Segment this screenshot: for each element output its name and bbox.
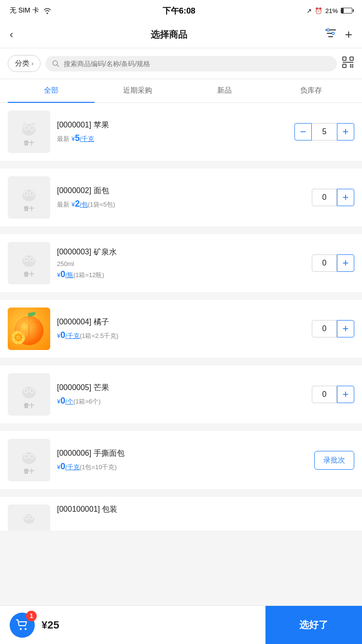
product-info: [0000005] 芒果 ¥0/个(1箱=6个) xyxy=(57,383,305,406)
svg-point-20 xyxy=(22,190,36,201)
quantity-input[interactable] xyxy=(312,189,337,206)
increase-button[interactable]: + xyxy=(337,254,354,272)
owl-logo-icon xyxy=(18,380,40,401)
orange-fruit-icon xyxy=(10,309,48,348)
category-button[interactable]: 分类 › xyxy=(8,55,41,72)
bottom-bar: 1 ¥25 选好了 xyxy=(0,605,362,644)
owl-logo-icon xyxy=(18,183,40,204)
back-button[interactable]: ‹ xyxy=(10,28,13,41)
svg-point-3 xyxy=(327,29,329,31)
svg-point-28 xyxy=(25,258,28,261)
quantity-input[interactable] xyxy=(312,320,337,337)
svg-point-29 xyxy=(30,258,33,261)
increase-button[interactable]: + xyxy=(337,386,354,403)
list-item: 督十 [0000006] 手撕面包 ¥0/千克(1包=10千克) 录批次 xyxy=(0,431,362,489)
quantity-stepper: + xyxy=(312,320,354,337)
tab-all[interactable]: 全部 xyxy=(8,79,95,103)
cart-section: 1 ¥25 xyxy=(0,613,265,638)
svg-rect-9 xyxy=(343,64,346,68)
svg-point-18 xyxy=(25,126,28,129)
svg-rect-7 xyxy=(343,57,346,60)
status-time: 下午6:08 xyxy=(163,5,195,16)
status-indicators: ↗ ⏰ 21% xyxy=(306,7,352,14)
product-price: 最新 ¥2/包(1袋=5包) xyxy=(57,199,305,209)
product-info: [0000004] 橘子 ¥0/千克(1箱=2.5千克) xyxy=(57,317,305,340)
svg-point-57 xyxy=(26,517,28,519)
svg-point-47 xyxy=(25,389,28,392)
add-icon[interactable]: + xyxy=(345,27,352,42)
nav-bar: ‹ 选择商品 + xyxy=(0,21,362,48)
product-info: [0000002] 面包 最新 ¥2/包(1袋=5包) xyxy=(57,186,305,209)
search-icon xyxy=(52,60,59,68)
svg-point-24 xyxy=(30,192,33,195)
tab-negative[interactable]: 负库存 xyxy=(268,79,355,103)
filter-bar: 分类 › xyxy=(0,48,362,79)
increase-button[interactable]: + xyxy=(337,189,354,206)
svg-point-49 xyxy=(22,452,36,464)
product-info: [0000001] 苹果 最新 ¥5/千克 xyxy=(57,120,288,143)
list-item: 督十 [0000005] 芒果 ¥0/个(1箱=6个) + xyxy=(0,365,362,423)
svg-point-48 xyxy=(30,389,33,392)
owl-logo-icon xyxy=(18,249,40,270)
chevron-icon: › xyxy=(31,60,33,67)
quantity-input[interactable] xyxy=(312,386,337,403)
batch-button[interactable]: 录批次 xyxy=(314,451,354,470)
increase-button[interactable]: + xyxy=(337,123,354,140)
quantity-stepper: − + xyxy=(294,123,354,140)
cart-icon-wrap: 1 xyxy=(10,613,35,638)
svg-point-53 xyxy=(30,455,33,458)
cart-badge: 1 xyxy=(26,611,37,621)
list-item: 督十 [0000003] 矿泉水 250ml ¥0/瓶(1箱=12瓶) + xyxy=(0,234,362,292)
owl-logo-icon xyxy=(18,446,40,467)
product-price: ¥0/瓶(1箱=12瓶) xyxy=(57,269,305,280)
owl-logo-icon xyxy=(20,509,38,526)
list-item: [0000004] 橘子 ¥0/千克(1箱=2.5千克) + xyxy=(0,300,362,358)
svg-point-4 xyxy=(332,32,334,35)
svg-point-59 xyxy=(20,628,22,630)
product-name: [0000005] 芒果 xyxy=(57,383,305,393)
filter-icon[interactable] xyxy=(325,28,336,41)
product-thumbnail: 督十 xyxy=(8,111,50,153)
product-thumbnail xyxy=(8,308,50,350)
product-name: [0000003] 矿泉水 xyxy=(57,247,305,257)
search-box xyxy=(45,56,337,71)
svg-point-44 xyxy=(22,387,36,398)
quantity-input[interactable] xyxy=(312,254,337,272)
quantity-input[interactable] xyxy=(312,123,337,140)
product-price: ¥0/千克(1箱=2.5千克) xyxy=(57,330,305,340)
svg-point-52 xyxy=(25,455,28,458)
cart-total-price: ¥25 xyxy=(42,619,59,631)
product-name: [000100001] 包装 xyxy=(57,504,354,515)
svg-point-58 xyxy=(30,517,32,519)
product-thumbnail xyxy=(8,504,50,531)
list-item: [000100001] 包装 xyxy=(0,497,362,531)
confirm-button[interactable]: 选好了 xyxy=(265,606,362,644)
product-price: ¥0/个(1箱=6个) xyxy=(57,396,305,406)
svg-rect-8 xyxy=(350,57,353,60)
product-info: [000100001] 包装 xyxy=(57,504,354,518)
scan-icon[interactable] xyxy=(342,56,354,71)
product-name: [0000006] 手撕面包 xyxy=(57,448,307,459)
search-input[interactable] xyxy=(64,60,330,68)
decrease-button[interactable]: − xyxy=(294,123,312,140)
svg-point-60 xyxy=(25,628,27,630)
orange-image xyxy=(8,308,50,350)
svg-point-54 xyxy=(24,514,35,524)
product-info: [0000006] 手撕面包 ¥0/千克(1包=10千克) xyxy=(57,448,307,472)
product-thumbnail: 督十 xyxy=(8,439,50,481)
product-price: ¥0/千克(1包=10千克) xyxy=(57,462,307,472)
product-info: [0000003] 矿泉水 250ml ¥0/瓶(1箱=12瓶) xyxy=(57,247,305,280)
svg-rect-13 xyxy=(350,66,351,68)
quantity-stepper: + xyxy=(312,254,354,272)
product-name: [0000004] 橘子 xyxy=(57,317,305,327)
battery-percent: 21% xyxy=(325,7,338,14)
wifi-icon xyxy=(43,7,52,14)
cart-icon xyxy=(16,619,28,631)
increase-button[interactable]: + xyxy=(337,320,354,337)
page-title: 选择商品 xyxy=(151,28,187,41)
product-spec: 250ml xyxy=(57,260,305,267)
product-name: [0000002] 面包 xyxy=(57,186,305,196)
tab-new[interactable]: 新品 xyxy=(181,79,268,103)
tab-recent[interactable]: 近期采购 xyxy=(95,79,181,103)
svg-rect-12 xyxy=(352,64,353,66)
